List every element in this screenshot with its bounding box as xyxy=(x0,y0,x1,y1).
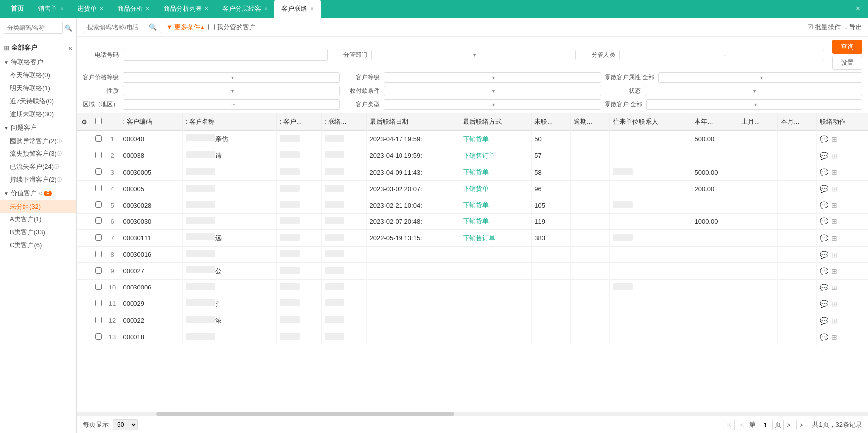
row-check[interactable] xyxy=(92,147,105,164)
sidebar-group-pending[interactable]: ▼ 待联络客户 xyxy=(0,55,76,69)
sidebar-root-all-customers[interactable]: ⊞ 全部客户 « xyxy=(0,40,76,55)
tab-product-analysis[interactable]: 商品分析 × xyxy=(110,0,156,18)
sidebar-item-declining[interactable]: 持续下滑客户(2) ⓘ xyxy=(0,173,76,186)
more-action-icon[interactable]: ⊞ xyxy=(831,168,837,176)
last-way-col-header[interactable]: 最后联络方式 xyxy=(460,113,532,131)
window-close-button[interactable]: × xyxy=(852,4,864,13)
more-action-icon[interactable]: ⊞ xyxy=(831,317,837,325)
row-checkbox[interactable] xyxy=(95,185,102,191)
customer-type-select[interactable]: ▾ xyxy=(384,99,601,110)
nature-select[interactable]: ▾ xyxy=(123,86,340,96)
dept-select[interactable]: ▾ xyxy=(371,50,576,60)
row-check[interactable] xyxy=(92,181,105,197)
tab-customer-contact[interactable]: 客户联络 × xyxy=(274,0,321,18)
contact-way-link[interactable]: 下销货单 xyxy=(463,135,489,143)
contact-way-link[interactable]: 下销货单 xyxy=(463,185,489,192)
message-action-icon[interactable]: 💬 xyxy=(820,251,828,259)
row-check[interactable] xyxy=(92,263,105,280)
last-page-button[interactable]: > xyxy=(796,420,807,430)
check-col-header[interactable] xyxy=(92,113,105,131)
row-check[interactable] xyxy=(92,329,105,345)
more-action-icon[interactable]: ⊞ xyxy=(831,284,837,291)
code-col-header[interactable]: : 客户编码 xyxy=(120,113,183,131)
row-checkbox[interactable] xyxy=(95,234,102,241)
person-select[interactable]: ··· xyxy=(619,50,824,60)
sidebar-item-class-a[interactable]: A类客户(1) xyxy=(0,213,76,226)
my-customers-check[interactable] xyxy=(208,24,215,30)
more-action-icon[interactable]: ⊞ xyxy=(831,185,837,193)
phone-input[interactable] xyxy=(123,49,328,61)
row-checkbox[interactable] xyxy=(95,300,102,306)
settings-col-header[interactable]: ⚙ xyxy=(77,113,92,131)
message-action-icon[interactable]: 💬 xyxy=(820,284,828,291)
row-checkbox[interactable] xyxy=(95,152,102,158)
first-page-button[interactable]: K xyxy=(724,420,735,430)
row-check[interactable] xyxy=(92,164,105,181)
region-select[interactable]: ··· xyxy=(123,99,340,110)
message-action-icon[interactable]: 💬 xyxy=(820,267,828,275)
row-checkbox[interactable] xyxy=(95,251,102,257)
this-year-col-header[interactable]: 本年... xyxy=(691,113,738,131)
more-action-icon[interactable]: ⊞ xyxy=(831,152,837,160)
close-icon[interactable]: × xyxy=(60,5,64,12)
row-checkbox[interactable] xyxy=(95,317,102,323)
row-checkbox[interactable] xyxy=(95,168,102,175)
row-check[interactable] xyxy=(92,230,105,247)
message-action-icon[interactable]: 💬 xyxy=(820,135,828,143)
close-icon[interactable]: × xyxy=(310,5,314,12)
more-action-icon[interactable]: ⊞ xyxy=(831,217,837,225)
status-select[interactable]: ▾ xyxy=(645,86,862,96)
contact-way-link[interactable]: 下销货单 xyxy=(463,217,489,225)
more-action-icon[interactable]: ⊞ xyxy=(831,267,837,275)
tab-customer-segment[interactable]: 客户分层经客 × xyxy=(215,0,274,18)
type-col-header[interactable]: : 客户... xyxy=(276,113,321,131)
scrollbar-thumb[interactable] xyxy=(156,412,454,416)
contact-way-link[interactable]: 下销售订单 xyxy=(463,152,495,159)
message-action-icon[interactable]: 💬 xyxy=(820,185,828,193)
row-check[interactable] xyxy=(92,197,105,214)
search-input[interactable] xyxy=(87,24,147,31)
more-conditions-button[interactable]: ▼ 更多条件 ▴ xyxy=(166,23,204,32)
page-number-input[interactable] xyxy=(758,420,773,430)
name-col-header[interactable]: : 客户名称 xyxy=(183,113,277,131)
more-action-icon[interactable]: ⊞ xyxy=(831,300,837,308)
export-button[interactable]: ↓ 导出 xyxy=(845,23,863,32)
contact-way-link[interactable]: 下销售订单 xyxy=(463,234,495,242)
sidebar-group-problem[interactable]: ▼ 问题客户 xyxy=(0,121,76,135)
sidebar-item-tomorrow[interactable]: 明天待联络(1) xyxy=(0,82,76,95)
no-contact-col-header[interactable]: 未联... xyxy=(532,113,571,131)
sidebar-item-lost[interactable]: 已流失客户(24) ⓘ xyxy=(0,160,76,173)
close-icon[interactable]: × xyxy=(100,5,103,12)
batch-ops-button[interactable]: ☑ 批量操作 xyxy=(807,23,841,32)
message-action-icon[interactable]: 💬 xyxy=(820,300,828,308)
sidebar-search-input[interactable] xyxy=(4,22,63,34)
query-button[interactable]: 查询 xyxy=(832,40,862,54)
sidebar-item-churn-warning[interactable]: 流失预警客户(3) ⓘ xyxy=(0,147,76,160)
contact-col-header[interactable]: : 联络... xyxy=(322,113,366,131)
contact-way-link[interactable]: 下销货单 xyxy=(463,168,489,176)
row-checkbox[interactable] xyxy=(95,267,102,274)
sidebar-item-unclassified[interactable]: 未分组(32) xyxy=(0,200,76,213)
row-checkbox[interactable] xyxy=(95,201,102,208)
select-all-checkbox[interactable] xyxy=(95,118,102,124)
customer-level-select[interactable]: ▾ xyxy=(384,72,601,83)
close-icon[interactable]: × xyxy=(146,5,149,12)
prev-page-button[interactable]: < xyxy=(737,420,748,430)
page-size-select[interactable]: 50 100 xyxy=(113,419,138,430)
row-check[interactable] xyxy=(92,131,105,147)
more-action-icon[interactable]: ⊞ xyxy=(831,251,837,259)
sidebar-item-class-b[interactable]: B类客户(33) xyxy=(0,226,76,239)
tab-product-list[interactable]: 商品分析列表 × xyxy=(156,0,215,18)
sidebar-search-button[interactable]: 🔍 xyxy=(65,24,72,32)
overdue-col-header[interactable]: 逾期... xyxy=(571,113,610,131)
sidebar-item-week[interactable]: 近7天待联络(0) xyxy=(0,95,76,108)
message-action-icon[interactable]: 💬 xyxy=(820,317,828,325)
row-checkbox[interactable] xyxy=(95,284,102,290)
scattered-customer-select[interactable]: ▾ xyxy=(646,99,862,110)
message-action-icon[interactable]: 💬 xyxy=(820,152,828,160)
tab-sales[interactable]: 销售单 × xyxy=(31,0,70,18)
sidebar-item-today[interactable]: 今天待联络(0) xyxy=(0,69,76,82)
payment-select[interactable]: ▾ xyxy=(384,86,601,96)
row-check[interactable] xyxy=(92,247,105,263)
sidebar-item-class-c[interactable]: C类客户(6) xyxy=(0,239,76,252)
